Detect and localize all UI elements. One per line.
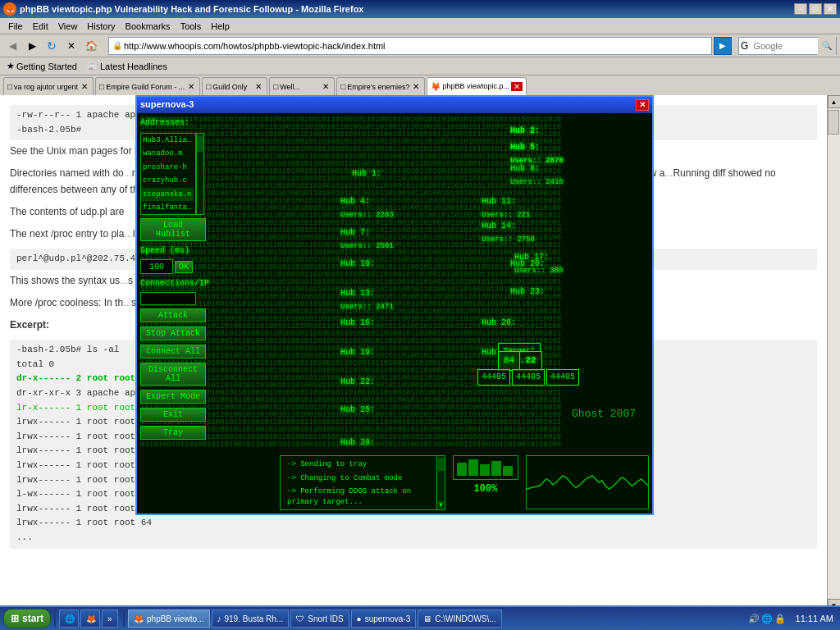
tray-button[interactable]: Tray [140,426,206,440]
log-scrollbar[interactable]: ▼ [436,456,445,509]
start-button[interactable]: ⊞ start [3,609,51,628]
hub-16: Hub 16: [340,317,375,330]
search-input[interactable] [750,41,818,51]
tab-empires-enemies[interactable]: □ Empire's enemies? ✕ [336,77,425,95]
tab-close[interactable]: ✕ [411,82,421,91]
tab-close[interactable]: ✕ [321,82,331,91]
list-item-4[interactable]: stepanska.n [141,188,194,201]
tab-close[interactable]: ✕ [186,82,196,91]
load-hublist-button[interactable]: Load Hublist [140,218,206,241]
tab-well[interactable]: □ Well... ✕ [269,77,335,95]
tray-icon-3: 🔒 [774,614,786,624]
search-button[interactable]: 🔍 [818,37,836,55]
address-list[interactable]: Hub3.Allianc wanadoo.m proshare-h crazyh… [140,133,196,215]
list-item-5[interactable]: finalfantasy [141,201,194,214]
log-content: -> Sending to tray -> Changing to Combat… [281,456,445,510]
tab-label: Well... [280,83,300,91]
taskbar-right: 🔊 🌐 🔒 11:11 AM [745,614,837,624]
menu-history[interactable]: History [82,20,120,33]
refresh-button[interactable]: ↻ [43,37,61,55]
supernova-close-button[interactable]: ✕ [636,99,649,111]
svg-rect-2 [468,459,478,476]
tab-phpbb[interactable]: 🦊 phpBB viewtopic.p... ✕ [427,77,527,95]
exit-button[interactable]: Exit [140,408,206,422]
taskbar-phpbb[interactable]: 🦊 phpBB viewto... [128,609,209,628]
stop-button[interactable]: ✕ [62,37,80,55]
ok-button[interactable]: OK [175,261,193,273]
tab-close[interactable]: ✕ [80,82,89,91]
quick-ie[interactable]: 🌐 [59,609,79,628]
close-button[interactable]: ✕ [824,3,837,15]
title-bar-left: 🦊 phpBB viewtopic.php Vulnerability Hack… [3,2,363,16]
svg-rect-3 [480,464,490,476]
taskbar-icon: ● [357,614,362,623]
address-scrollbar[interactable] [196,133,204,215]
log-area: ▼ -> Sending to tray -> Changing to Comb… [280,455,445,510]
hub-1: Hub 1: [352,167,381,180]
expert-mode-button[interactable]: Expert Mode [140,390,206,404]
hub-10: Hub 10: [340,258,375,271]
speed-input[interactable] [140,259,173,274]
stop-attack-button[interactable]: Stop Attack [140,326,206,340]
taskbar-music[interactable]: ♪ 919. Busta Rh... [212,609,290,628]
tab-icon: □ [273,82,278,91]
taskbar-label: C:\WINDOWS\... [435,614,495,623]
list-item-3[interactable]: crazyhub.c [141,174,194,187]
tab-va-rog[interactable]: □ va rog ajutor urgent ✕ [3,77,94,95]
disconnect-all-button[interactable]: Disconnect All [140,363,206,386]
tab-label: Guild Only [212,83,247,91]
tab-label: Empire's enemies? [347,83,409,91]
list-item-2[interactable]: proshare-h [141,161,194,174]
address-input[interactable] [124,41,708,51]
bookmark-headlines[interactable]: 📰 Latest Headlines [84,59,171,73]
taskbar-snort[interactable]: 🛡 Snort IDS [290,609,349,628]
ghost-label: Ghost 2007 [572,406,636,423]
home-button[interactable]: 🏠 [82,37,100,55]
back-button[interactable]: ◀ [3,37,21,55]
go-button[interactable]: ▶ [714,37,732,55]
maximize-button[interactable]: □ [809,3,822,15]
attack-button[interactable]: Attack [140,308,206,322]
tab-close-active[interactable]: ✕ [511,82,523,91]
bookmark-getting-started[interactable]: ★ Getting Started [3,59,80,73]
tab-guild-only[interactable]: □ Guild Only ✕ [202,77,267,95]
forward-button[interactable]: ▶ [23,37,41,55]
taskbar-supernova[interactable]: ● supernova-3 [351,609,417,628]
taskbar-label: supernova-3 [365,614,411,623]
title-bar-controls: − □ ✕ [794,3,837,15]
scroll-track[interactable] [828,108,840,599]
tab-icon: □ [206,82,211,91]
taskbar-label: phpBB viewto... [147,614,203,623]
menu-view[interactable]: View [53,20,83,33]
bookmark-label: Getting Started [16,62,77,71]
scroll-up-button[interactable]: ▲ [828,95,841,108]
taskbar-divider-2 [123,610,125,627]
target-port: 84 [498,351,520,371]
hub-22: Hub 22: [340,376,375,389]
log-line-1: -> Sending to tray [284,458,433,472]
page-content: -rw-r--r-- 1 apache apache 1089 Jan 13 1… [0,95,827,612]
tab-empire-guild[interactable]: □ Empire Guild Forum - ... ✕ [95,77,200,95]
svg-rect-4 [491,461,501,476]
menu-edit[interactable]: Edit [28,20,53,33]
quick-expand[interactable]: » [102,609,118,628]
hub-13: Hub 13:Users:: 2471 [340,287,394,313]
star-icon: ★ [7,61,15,71]
tab-icon: □ [7,82,12,91]
menu-file[interactable]: File [3,20,28,33]
connections-input[interactable] [140,292,196,305]
tabs-bar: □ va rog ajutor urgent ✕ □ Empire Guild … [0,75,840,95]
menu-tools[interactable]: Tools [176,20,207,33]
menu-bookmarks[interactable]: Bookmarks [121,20,176,33]
title-bar: 🦊 phpBB viewtopic.php Vulnerability Hack… [0,0,840,18]
list-item-0[interactable]: Hub3.Allianc [141,134,194,147]
hub-19: Hub 19: [340,346,375,359]
quick-firefox[interactable]: 🦊 [80,609,100,628]
tab-close[interactable]: ✕ [253,82,263,91]
list-item-1[interactable]: wanadoo.m [141,147,194,160]
connect-all-button[interactable]: Connect All [140,345,206,358]
minimize-button[interactable]: − [794,3,807,15]
menu-help[interactable]: Help [206,20,235,33]
hub-23: Hub 23: [510,285,545,299]
taskbar-windows[interactable]: 🖥 C:\WINDOWS\... [418,609,501,628]
